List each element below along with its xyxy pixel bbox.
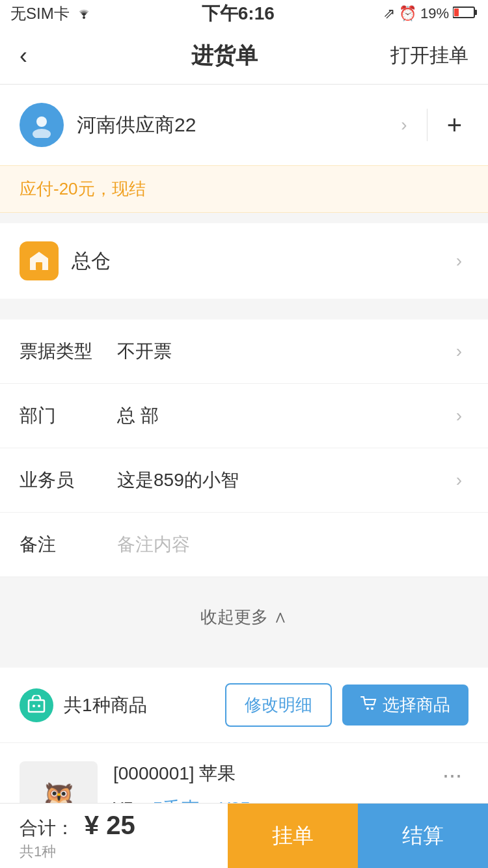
supplier-chevron-icon: ›	[401, 115, 407, 135]
department-value: 总 部	[117, 403, 456, 428]
back-button[interactable]: ‹	[20, 42, 59, 70]
status-left: 无SIM卡	[10, 3, 93, 24]
navigation-icon: ⇗	[383, 5, 395, 22]
status-time: 下午6:16	[202, 1, 275, 26]
total-count: 共1种	[20, 842, 208, 861]
cart-icon	[360, 695, 377, 715]
total-amount: ¥ 25	[85, 811, 135, 839]
svg-point-5	[33, 129, 51, 138]
svg-rect-6	[36, 262, 42, 270]
total-label: 合计：	[20, 818, 74, 838]
battery-percent: 19%	[420, 5, 449, 22]
add-supplier-button[interactable]: +	[441, 104, 468, 146]
svg-point-8	[33, 705, 35, 707]
warehouse-name: 总仓	[72, 248, 456, 275]
main-content: 河南供应商22 › + 应付-20元，现结 总仓 › 票据类型 不开票 ›	[0, 85, 488, 868]
total-section: 合计： ¥ 25 共1种	[0, 811, 228, 861]
gap2	[0, 647, 488, 657]
select-product-button[interactable]: 选择商品	[342, 685, 468, 726]
notice-bar: 应付-20元，现结	[0, 165, 488, 213]
alarm-icon: ⏰	[399, 5, 416, 22]
svg-point-9	[38, 705, 40, 707]
invoice-type-label: 票据类型	[20, 339, 104, 364]
department-chevron-icon: ›	[456, 405, 462, 426]
collapse-button[interactable]: 收起更多 ∧	[0, 588, 488, 647]
select-product-label: 选择商品	[383, 694, 450, 716]
product-name: [0000001] 苹果	[113, 761, 436, 786]
sim-text: 无SIM卡	[10, 3, 70, 24]
warehouse-card: 总仓 ›	[0, 223, 488, 299]
department-label: 部门	[20, 403, 104, 428]
remark-label: 备注	[20, 532, 104, 557]
invoice-type-value: 不开票	[117, 339, 456, 364]
wifi-icon	[75, 5, 93, 23]
salesman-row[interactable]: 业务员 这是859的小智 ›	[0, 448, 488, 513]
salesman-chevron-icon: ›	[456, 470, 462, 491]
nav-bar: ‹ 进货单 打开挂单	[0, 27, 488, 85]
open-hang-button[interactable]: 打开挂单	[390, 42, 468, 69]
settle-button[interactable]: 结算	[358, 804, 488, 869]
remark-value: 备注内容	[117, 532, 468, 557]
divider	[427, 109, 427, 141]
gap1	[0, 309, 488, 319]
product-count-text: 共1种商品	[64, 693, 225, 718]
bottom-bar: 合计： ¥ 25 共1种 挂单 结算	[0, 803, 488, 868]
page-title: 进货单	[191, 41, 258, 71]
svg-point-11	[371, 707, 373, 710]
invoice-type-chevron-icon: ›	[456, 341, 462, 362]
status-right: ⇗ ⏰ 19%	[383, 5, 478, 22]
department-row[interactable]: 部门 总 部 ›	[0, 384, 488, 448]
remark-row[interactable]: 备注 备注内容	[0, 513, 488, 577]
more-options-button[interactable]: ···	[436, 761, 468, 789]
svg-rect-7	[29, 700, 44, 712]
battery-icon	[453, 5, 478, 22]
warehouse-row[interactable]: 总仓 ›	[0, 223, 488, 299]
salesman-label: 业务员	[20, 468, 104, 493]
status-bar: 无SIM卡 下午6:16 ⇗ ⏰ 19%	[0, 0, 488, 27]
salesman-value: 这是859的小智	[117, 468, 456, 493]
svg-rect-2	[474, 10, 477, 15]
product-header: 共1种商品 修改明细 选择商品	[0, 668, 488, 743]
warehouse-chevron-icon: ›	[456, 251, 462, 271]
supplier-avatar	[20, 103, 64, 147]
svg-rect-3	[454, 8, 459, 16]
invoice-type-row[interactable]: 票据类型 不开票 ›	[0, 319, 488, 384]
product-title: 苹果	[199, 763, 236, 783]
svg-point-0	[83, 16, 85, 19]
svg-point-10	[366, 707, 369, 710]
supplier-name: 河南供应商22	[77, 112, 401, 139]
form-card: 票据类型 不开票 › 部门 总 部 › 业务员 这是859的小智 › 备注 备注…	[0, 319, 488, 577]
supplier-card: 河南供应商22 › + 应付-20元，现结	[0, 85, 488, 213]
edit-detail-button[interactable]: 修改明细	[225, 683, 332, 727]
svg-point-4	[36, 116, 47, 127]
product-code: [0000001]	[113, 763, 195, 783]
warehouse-icon	[20, 241, 59, 280]
hang-order-button[interactable]: 挂单	[228, 804, 358, 869]
product-count-icon	[20, 688, 53, 722]
total-line: 合计： ¥ 25	[20, 811, 208, 841]
supplier-row[interactable]: 河南供应商22 › +	[0, 85, 488, 165]
